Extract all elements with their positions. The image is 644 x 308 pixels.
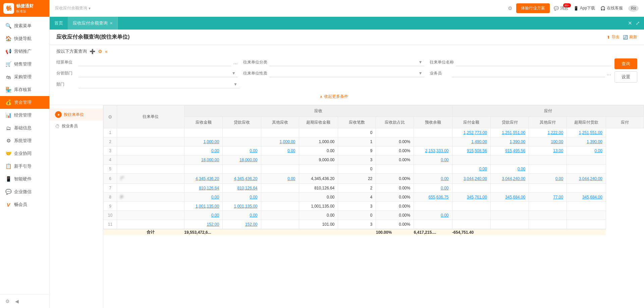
sidebar-item-member[interactable]: V 畅会员 — [0, 198, 49, 211]
filter-settings-icon[interactable]: ⚙ — [98, 49, 102, 54]
table-cell-2-4[interactable]: 0.00 — [261, 146, 299, 156]
table-cell-1-4[interactable]: 1,000.00 — [261, 137, 299, 146]
table-cell-2-3[interactable]: 0.00 — [223, 146, 261, 156]
tab-query[interactable]: 应收应付余额查询 ✕ — [68, 17, 118, 30]
sidebar-item-wechat[interactable]: 💬 企业微信 — [0, 185, 49, 198]
table-cell-4-10[interactable]: 0.00 — [490, 165, 529, 174]
table-cell-8-2[interactable]: 1,001,135.00 — [184, 202, 222, 211]
table-cell-3-2[interactable]: 18,000.00 — [184, 156, 222, 165]
message-button[interactable]: 💬 消息 99+ — [554, 5, 568, 11]
user-avatar[interactable]: Rit — [628, 5, 639, 12]
table-cell-10-3[interactable]: 152.00 — [223, 220, 261, 229]
table-cell-6-2[interactable]: 810,126.64 — [184, 184, 222, 193]
sidebar-collapse-icon[interactable]: ◀ — [15, 299, 19, 304]
table-cell-6-3[interactable]: 810,126.64 — [223, 184, 261, 193]
tab-home[interactable]: 首页 — [50, 17, 68, 30]
sidebar-item-operation[interactable]: 📊 经营管理 — [0, 109, 49, 122]
sidebar-item-system[interactable]: ⚙ 系统管理 — [0, 134, 49, 147]
sidebar-settings-icon[interactable]: ⚙ — [5, 299, 10, 304]
table-cell-9-2[interactable]: 0.00 — [184, 211, 222, 220]
table-cell-5-4[interactable]: 0.00 — [261, 174, 299, 184]
filter-jiesuan-input[interactable] — [78, 58, 231, 66]
table-cell-2-8[interactable]: 2,153,333.00 — [414, 146, 452, 156]
table-cell-7-10[interactable]: 345,684.00 — [490, 193, 529, 202]
sidebar-item-inventory[interactable]: 🏪 库存核算 — [0, 83, 49, 96]
table-cell-7-8[interactable]: 655,636.75 — [414, 193, 452, 202]
table-cell-1-2[interactable]: 1,000.00 — [184, 137, 222, 146]
filter-jiesuan-dots[interactable]: ... — [233, 59, 237, 65]
filter-wanglai-xingzhi-select[interactable]: ▼ — [269, 70, 425, 77]
left-panel-item-staff[interactable]: ⏱ 按业务员 — [50, 121, 103, 132]
table-cell-0-12[interactable]: 1,251,551.00 — [567, 128, 606, 137]
table-cell-7-12[interactable]: 345,684.00 — [567, 193, 606, 202]
table-cell-5-11[interactable]: 0.00 — [529, 174, 567, 184]
table-cell-2-11[interactable]: 13.00 — [529, 146, 567, 156]
table-cell-7-3[interactable]: 0.00 — [223, 193, 261, 202]
filter-add-icon[interactable]: ➕ — [90, 49, 95, 54]
table-cell-8-3[interactable]: 1,001,135.00 — [223, 202, 261, 211]
tab-close-icon[interactable]: ✕ — [110, 21, 113, 26]
table-settings-icon[interactable]: ⚙ — [108, 114, 112, 120]
table-cell-4-9[interactable]: 0.00 — [452, 165, 490, 174]
online-service-button[interactable]: 🎧 在线客服 — [600, 5, 623, 11]
filter-collapse-left-icon[interactable]: « — [105, 49, 108, 54]
header-gear-icon[interactable]: ⚙ — [508, 5, 512, 11]
table-cell-5-3[interactable]: 4,345,436.20 — [223, 174, 261, 184]
filter-yewuyuan-input[interactable] — [452, 70, 604, 77]
table-cell-7-9[interactable]: 345,761.00 — [452, 193, 490, 202]
sidebar-item-sales[interactable]: 🛒 销售管理 — [0, 58, 49, 71]
table-cell-1-12[interactable]: 1,390.00 — [567, 137, 606, 146]
sidebar-item-guide[interactable]: 📋 新手引导 — [0, 160, 49, 173]
table-cell-6-8[interactable]: 0.00 — [414, 184, 452, 193]
sidebar-item-finance[interactable]: 💰 资金管理 — [0, 96, 49, 109]
sidebar-item-basic[interactable]: 🗂 基础信息 — [0, 122, 49, 134]
set-button[interactable]: 设置 — [614, 71, 637, 83]
table-cell-0-9[interactable]: 1,252,773.00 — [452, 128, 490, 137]
table-cell-1-10[interactable]: 1,390.00 — [490, 137, 529, 146]
table-cell-7-2[interactable]: 0.00 — [184, 193, 222, 202]
sidebar-item-purchase[interactable]: 🛍 采购管理 — [0, 71, 49, 83]
table-cell-9-8[interactable]: 0.00 — [414, 211, 452, 220]
table-cell-9-3[interactable]: 0.00 — [223, 211, 261, 220]
table-cell-1-9[interactable]: 1,490.00 — [452, 137, 490, 146]
filter-wanglai-name-input[interactable] — [456, 58, 611, 66]
table-cell-5-2[interactable]: 4,345,436.20 — [184, 174, 222, 184]
tab-close-window-icon[interactable]: ✕ — [628, 20, 632, 26]
table-cell-7-11[interactable]: 77.00 — [529, 193, 567, 202]
table-cell-5-9[interactable]: 3,044,240.00 — [452, 174, 490, 184]
table-cell-3-3[interactable]: 18,000.00 — [223, 156, 261, 165]
query-button[interactable]: 查询 — [614, 58, 637, 69]
tab-fullscreen-icon[interactable]: ⤢ — [636, 20, 640, 26]
table-cell-2-10[interactable]: 915,495.56 — [490, 146, 529, 156]
table-cell-10-2[interactable]: 152.00 — [184, 220, 222, 229]
th-col-10: 超期应付货款 — [567, 117, 606, 128]
export-button[interactable]: ⬆ 导出 — [607, 34, 620, 40]
table-cell-0-10[interactable]: 1,251,551.00 — [490, 128, 529, 137]
filter-wanglai-fenlei-select[interactable]: ▼ — [269, 58, 425, 66]
left-panel-item-partner[interactable]: ★ 按往来单位 — [50, 108, 103, 121]
sidebar-item-collab[interactable]: 🤝 企业协同 — [0, 147, 49, 160]
collab-icon: 🤝 — [5, 150, 11, 157]
sidebar-item-quicknav[interactable]: 🏠 快捷导航 — [0, 32, 49, 45]
table-cell-2-9[interactable]: 915,508.56 — [452, 146, 490, 156]
table-cell-1-11[interactable]: 100.00 — [529, 137, 567, 146]
table-cell-0-6: 0 — [338, 128, 376, 137]
table-cell-6-0: 7 — [104, 184, 117, 193]
refresh-button[interactable]: 🔄 刷新 — [623, 34, 637, 40]
table-cell-5-10[interactable]: 3,044,240.00 — [490, 174, 529, 184]
filter-yewuyuan-dots[interactable]: ... — [607, 71, 611, 77]
sidebar-item-search[interactable]: 🔍 搜索菜单 — [0, 19, 49, 32]
filter-fenguan-select[interactable]: ▼ — [78, 70, 238, 77]
industry-solution-button[interactable]: 体验行业方案 — [516, 3, 550, 13]
table-cell-5-8[interactable]: 0.00 — [414, 174, 452, 184]
sidebar-item-marketing[interactable]: 📢 营销推广 — [0, 45, 49, 58]
table-cell-2-12[interactable]: 0.00 — [567, 146, 606, 156]
table-cell-0-11[interactable]: 1,222.00 — [529, 128, 567, 137]
filter-collapse-button[interactable]: ∧ 收起更多条件 — [56, 92, 611, 101]
sidebar-item-hardware[interactable]: 📱 智能硬件 — [0, 173, 49, 185]
filter-bumen-select[interactable]: ▼ — [78, 81, 239, 88]
app-download-button[interactable]: 📱 App下载 — [574, 5, 595, 11]
table-cell-2-2[interactable]: 0.00 — [184, 146, 222, 156]
table-cell-3-8[interactable]: 0.00 — [414, 156, 452, 165]
table-cell-5-12[interactable]: 3,044,240.00 — [567, 174, 606, 184]
